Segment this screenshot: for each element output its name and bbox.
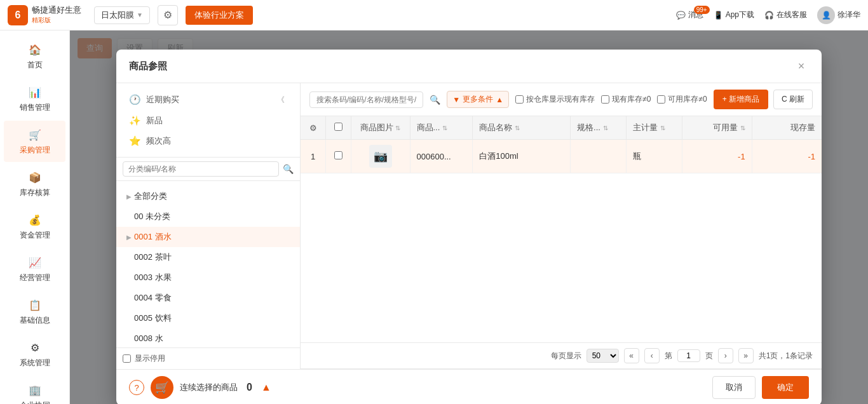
category-snack-label: 0004 零食 [134,292,172,304]
th-img[interactable]: 商品图片 ⇅ [351,116,410,140]
page-first-btn[interactable]: « [624,348,639,363]
store-selector[interactable]: 日太阳膜 ▼ [94,6,150,24]
category-uncategorized-label: 00 未分类 [134,211,170,222]
settings-gear-icon[interactable]: ⚙ [158,5,178,25]
th-unit[interactable]: 主计量 ⇅ [626,116,682,140]
experience-btn[interactable]: 体验行业方案 [186,6,253,25]
sort-name-icon: ⇅ [515,125,520,131]
th-avail-label: 可用量 [713,123,738,132]
category-item-water[interactable]: 0008 水 [116,328,300,347]
stock-nonzero-checkbox[interactable] [601,95,609,104]
sidebar-item-inventory[interactable]: 📦 库存核算 [4,163,65,205]
add-product-btn[interactable]: + 新增商品 [714,90,768,109]
refresh-btn[interactable]: C 刷新 [773,90,813,109]
th-code[interactable]: 商品... ⇅ [410,116,473,140]
page-last-btn[interactable]: » [738,348,754,363]
product-img-icon: 📷 [374,149,388,163]
th-stock[interactable]: 现存量 [752,116,822,140]
sidebar-label-home: 首页 [27,60,43,71]
recent-section: 🕐 近期购买 《 ✨ 新品 ⭐ 频次高 [116,83,300,158]
service-item[interactable]: 🎧 在线客服 [764,10,807,20]
system-icon: ⚙ [27,340,43,355]
sidebar-item-purchase[interactable]: 🛒 采购管理 [4,121,65,162]
per-page-select[interactable]: 50 20 100 [587,349,619,363]
app-download-item[interactable]: 📱 App下载 [714,10,754,20]
sidebar-item-system[interactable]: ⚙ 系统管理 [4,333,65,375]
page-next-btn[interactable]: › [718,348,733,363]
modal-footer: ? 🛒 连续选择的商品 0 ▲ 取消 确定 [116,369,822,404]
sidebar-item-basic[interactable]: 📋 基础信息 [4,291,65,332]
row-checkbox[interactable] [334,151,342,159]
category-item-beverage[interactable]: 0005 饮料 [116,308,300,328]
page-label: 第 [665,351,672,361]
th-code-label: 商品... [417,123,440,132]
sidebar-label-operation: 经营管理 [20,273,50,283]
warehouse-display-checkbox[interactable] [515,95,524,104]
usable-nonzero-checkbox-label[interactable]: 可用库存≠0 [657,94,707,105]
category-item-snack[interactable]: 0004 零食 [116,288,300,308]
footer-collapse-icon[interactable]: ▲ [261,382,271,393]
cart-btn[interactable]: 🛒 [151,376,173,399]
product-reference-modal: 商品参照 × 🕐 近期购买 《 [116,50,822,404]
th-name[interactable]: 商品名称 ⇅ [473,116,571,140]
category-search-icon[interactable]: 🔍 [283,164,294,174]
sidebar-item-sales[interactable]: 📊 销售管理 [4,78,65,119]
row-img: 📷 [351,140,410,173]
product-search-icon[interactable]: 🔍 [430,95,440,105]
stock-nonzero-label: 现有库存≠0 [612,94,651,105]
sidebar-item-home[interactable]: 🏠 首页 [4,36,65,77]
category-item-uncategorized[interactable]: 00 未分类 [116,206,300,227]
recent-item-frequent[interactable]: ⭐ 频次高 [123,131,294,151]
row-spec [571,140,627,173]
modal-right-panel: 🔍 ▼ 更多条件 ▲ 按仓库显示现有库存 [301,83,822,369]
new-icon: ✨ [129,115,141,126]
more-filter-btn[interactable]: ▼ 更多条件 ▲ [447,91,509,108]
user-item[interactable]: 👤 徐泽华 [817,6,860,24]
recent-item-new[interactable]: ✨ 新品 [123,111,294,130]
category-liquor-label: 0001 酒水 [134,231,172,243]
th-spec[interactable]: 规格... ⇅ [571,116,627,140]
category-item-tea[interactable]: 0002 茶叶 [116,247,300,267]
help-icon-btn[interactable]: ? [129,380,144,395]
sales-icon: 📊 [27,84,43,100]
modal-close-button[interactable]: × [794,58,809,74]
logo-text-block: 畅捷通好生意 精彩版 [32,5,81,25]
product-search-input[interactable] [309,91,423,108]
page-unit: 页 [705,351,713,361]
sidebar-item-operation[interactable]: 📈 经营管理 [4,248,65,290]
category-search-input[interactable] [123,161,279,177]
message-badge: 99+ [694,6,710,14]
page-prev-btn[interactable]: ‹ [644,348,660,363]
sidebar-item-finance[interactable]: 💰 资金管理 [4,206,65,247]
warehouse-display-checkbox-label[interactable]: 按仓库显示现有库存 [515,94,595,105]
confirm-button[interactable]: 确定 [762,376,809,399]
message-item[interactable]: 💬 消息 99+ [676,10,703,20]
th-avail[interactable]: 可用量 ⇅ [682,116,752,140]
category-item-fruit[interactable]: 0003 水果 [116,267,300,288]
th-name-label: 商品名称 [479,123,512,132]
stock-nonzero-checkbox-label[interactable]: 现有库存≠0 [601,94,651,105]
category-item-all[interactable]: ▶ 全部分类 [116,186,300,206]
product-table-wrapper: ⚙ 商品图片 ⇅ 商品... ⇅ [301,116,822,343]
per-page-label: 每页显示 [551,351,581,361]
recent-item-purchase[interactable]: 🕐 近期购买 《 [123,90,294,110]
select-all-checkbox[interactable] [334,123,342,131]
sidebar-item-enterprise[interactable]: 🏢 企业协同 [4,376,65,404]
user-name: 徐泽华 [837,10,860,20]
usable-nonzero-checkbox[interactable] [657,95,665,104]
selected-label: 连续选择的商品 [180,382,238,393]
category-all-label: 全部分类 [134,191,167,202]
page-number-input[interactable] [677,349,700,362]
store-name: 日太阳膜 [101,10,134,21]
collapse-recent-btn[interactable]: 《 [275,93,287,106]
th-stock-label: 现存量 [790,123,815,132]
show-disabled-checkbox[interactable] [123,354,131,363]
logo-sub: 精彩版 [32,16,81,25]
category-item-liquor[interactable]: ▶ 0001 酒水 [116,227,300,247]
sort-code-icon: ⇅ [442,125,447,131]
all-arrow-icon: ▶ [126,193,132,200]
cancel-button[interactable]: 取消 [712,376,756,399]
service-label: 在线客服 [776,10,807,20]
table-row[interactable]: 1 📷 000600... 白酒100ml [301,140,822,173]
row-check[interactable] [326,140,351,173]
